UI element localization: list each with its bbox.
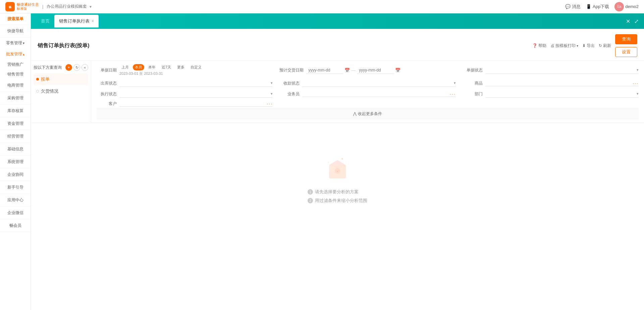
svg-text:畅: 畅 bbox=[9, 6, 11, 9]
delivery-status-select[interactable]: ▾ bbox=[119, 80, 273, 87]
expected-date-label: 预计交货日期 bbox=[279, 67, 304, 73]
svg-text:✦: ✦ bbox=[327, 161, 330, 164]
filter-execution-status: 执行状态 ▾ bbox=[97, 90, 273, 98]
sidebar-item-ecommerce[interactable]: 电商管理 bbox=[0, 79, 31, 92]
delivery-status-label: 出库状态 bbox=[97, 81, 117, 86]
settings-button[interactable]: 设置 bbox=[615, 47, 637, 57]
this-month-btn[interactable]: 本月 bbox=[133, 64, 144, 70]
sidebar-item-operations[interactable]: 经营管理 bbox=[0, 130, 31, 143]
help-btn[interactable]: ❓ 帮助 bbox=[532, 43, 546, 49]
collapse-bar[interactable]: ⋀ 收起更多条件 bbox=[97, 108, 639, 119]
last-month-btn[interactable]: 上月 bbox=[119, 64, 131, 70]
content-area: 首页 销售订单执行表 × ✕ ⤢ 销售订单执行表(按单) bbox=[31, 13, 644, 310]
active-dot-icon bbox=[36, 78, 39, 81]
filter-left-icons: + ↻ « bbox=[65, 64, 88, 71]
filter-left-panel: 按以下方案查询 + ↻ « 按单 bbox=[31, 61, 91, 123]
page-actions: ❓ 帮助 🖨 按模板打印 ▾ ⬇ 导出 ↻ bbox=[532, 34, 637, 57]
filter-add-btn[interactable]: + bbox=[65, 64, 72, 71]
last7-btn[interactable]: 近7天 bbox=[160, 64, 173, 70]
sidebar-item-inventory[interactable]: 库存核算 bbox=[0, 105, 31, 117]
sidebar-item-newuser[interactable]: 新手引导 bbox=[0, 181, 31, 194]
tab-sales-execution[interactable]: 销售订单执行表 × bbox=[54, 15, 99, 28]
filter-collapse-btn[interactable]: « bbox=[82, 64, 88, 71]
filter-left-header: 按以下方案查询 + ↻ « bbox=[34, 64, 88, 71]
date-separator: — bbox=[351, 68, 356, 73]
execution-status-select[interactable]: ▾ bbox=[119, 90, 273, 98]
breadcrumb-text: 办公用品行业模拟账套 bbox=[47, 4, 87, 9]
calendar-start-icon[interactable]: 📅 bbox=[344, 68, 350, 73]
sidebar-quick-nav[interactable]: 快捷导航 bbox=[0, 25, 31, 38]
filter-order-status-field: 单据状态 ▾ bbox=[463, 64, 639, 76]
sidebar-item-purchase[interactable]: 采购管理 bbox=[0, 92, 31, 105]
sidebar-item-appstore[interactable]: 应用中心 bbox=[0, 194, 31, 207]
order-status-select[interactable]: ▾ bbox=[485, 66, 639, 74]
sidebar-item-wholesale[interactable]: 批发管理 ▴ bbox=[0, 49, 31, 60]
tip-num-1: 1 bbox=[308, 189, 313, 195]
empty-tips: 1 请先选择要分析的方案 2 用过滤条件来缩小分析范围 bbox=[308, 189, 367, 204]
print-arrow-icon: ▾ bbox=[577, 44, 578, 48]
tab-home[interactable]: 首页 bbox=[36, 15, 54, 27]
export-icon: ⬇ bbox=[582, 43, 586, 48]
calendar-end-icon[interactable]: 📅 bbox=[395, 68, 400, 73]
payment-status-label: 收款状态 bbox=[279, 81, 300, 86]
expand-window-btn[interactable]: ⤢ bbox=[634, 18, 639, 24]
tab-close-icon[interactable]: × bbox=[92, 19, 94, 23]
close-window-btn[interactable]: ✕ bbox=[626, 18, 630, 24]
salesperson-input-row: ··· bbox=[302, 91, 455, 97]
sidebar-item-finance[interactable]: 资金管理 bbox=[0, 117, 31, 130]
breadcrumb-arrow[interactable]: ▾ bbox=[90, 4, 92, 9]
avatar: Ea bbox=[614, 2, 624, 11]
app-download-btn[interactable]: 📱 App下载 bbox=[586, 4, 609, 10]
filter-row-4: 客户 ··· bbox=[97, 101, 639, 107]
logo-text: 畅捷通好生意 标准版 bbox=[17, 2, 39, 11]
sidebar-item-sales[interactable]: 销售管理 bbox=[0, 69, 31, 79]
export-btn[interactable]: ⬇ 导出 bbox=[582, 43, 595, 49]
this-year-btn[interactable]: 本年 bbox=[146, 64, 158, 70]
sidebar-item-enterprise[interactable]: 企业协同 bbox=[0, 168, 31, 181]
print-btn[interactable]: 🖨 按模板打印 ▾ bbox=[550, 43, 578, 49]
sidebar-item-member[interactable]: 畅会员 bbox=[0, 219, 31, 232]
sidebar-item-wechat[interactable]: 企业微信 bbox=[0, 207, 31, 219]
filter-expected-date-field: 预计交货日期 📅 — 📅 bbox=[279, 64, 455, 76]
salesperson-more-btn[interactable]: ··· bbox=[450, 91, 456, 97]
filter-placeholder-3 bbox=[463, 101, 639, 107]
expected-date-start[interactable] bbox=[306, 67, 343, 74]
dept-label: 部门 bbox=[463, 91, 483, 97]
salesperson-label: 业务员 bbox=[279, 91, 300, 97]
page-header-bar: 首页 销售订单执行表 × ✕ ⤢ bbox=[31, 13, 644, 29]
expected-date-inputs: 📅 — 📅 bbox=[306, 67, 455, 74]
goods-more-btn[interactable]: ··· bbox=[633, 81, 639, 86]
empty-tip-1: 1 请先选择要分析的方案 bbox=[308, 189, 367, 195]
app-container: 畅 畅捷通好生意 标准版 | 办公用品行业模拟账套 ▾ 💬 消息 📱 App下载 bbox=[0, 0, 644, 310]
filter-row-3: 执行状态 ▾ 业务员 ··· bbox=[97, 90, 639, 98]
chevron-icon: ▾ bbox=[23, 41, 24, 45]
page-content: 销售订单执行表(按单) ❓ 帮助 🖨 按模板打印 ▾ ⬇ bbox=[31, 29, 644, 310]
user-profile-btn[interactable]: Ea demo2 bbox=[614, 2, 639, 11]
refresh-btn[interactable]: ↻ 刷新 bbox=[599, 43, 611, 49]
customer-input-row: ··· bbox=[119, 101, 273, 107]
filter-customer: 客户 ··· bbox=[97, 101, 273, 107]
execution-chevron-icon: ▾ bbox=[271, 92, 273, 96]
expected-date-end[interactable] bbox=[357, 67, 394, 74]
filter-row-2: 出库状态 ▾ 收款状态 ▾ bbox=[97, 80, 639, 87]
more-btn[interactable]: 更多 bbox=[175, 64, 186, 70]
nav-by-order[interactable]: 按单 bbox=[34, 73, 88, 85]
sidebar: 搜索菜单 快捷导航 零售管理 ▾ 批发管理 ▴ 营销推广 销售管理 电商管理 采… bbox=[0, 13, 31, 310]
sidebar-item-retail[interactable]: 零售管理 ▾ bbox=[0, 38, 31, 49]
sidebar-item-basic[interactable]: 基础信息 bbox=[0, 143, 31, 156]
filter-refresh-btn[interactable]: ↻ bbox=[73, 64, 80, 71]
customer-more-btn[interactable]: ··· bbox=[267, 101, 273, 106]
dept-select[interactable]: ▾ bbox=[485, 90, 639, 98]
execution-status-label: 执行状态 bbox=[97, 91, 117, 97]
sidebar-item-marketing[interactable]: 营销推广 bbox=[0, 60, 31, 69]
print-icon: 🖨 bbox=[550, 43, 554, 48]
nav-by-debt[interactable]: 欠货情况 bbox=[34, 86, 88, 97]
sidebar-item-system[interactable]: 系统管理 bbox=[0, 156, 31, 168]
payment-status-select[interactable]: ▾ bbox=[302, 80, 455, 87]
custom-btn[interactable]: 自定义 bbox=[189, 64, 204, 70]
query-button[interactable]: 查询 bbox=[615, 34, 637, 44]
sidebar-search[interactable]: 搜索菜单 bbox=[0, 13, 31, 25]
sidebar-search-label: 搜索菜单 bbox=[2, 16, 29, 22]
empty-illustration: ✦ ✦ ✦ • bbox=[321, 150, 354, 184]
message-btn[interactable]: 💬 消息 bbox=[565, 4, 581, 10]
